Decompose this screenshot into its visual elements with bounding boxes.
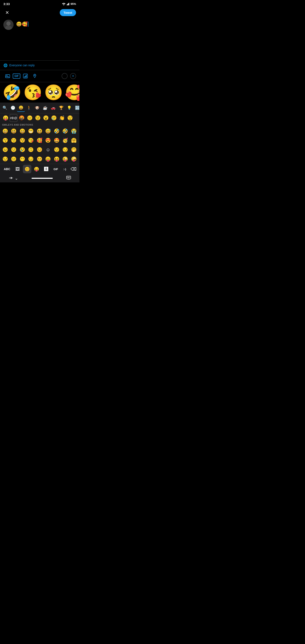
big-emoji-3[interactable]: 🥺: [44, 85, 63, 100]
emoji-heart-face[interactable]: 🥰: [36, 137, 43, 144]
emoji-pensive[interactable]: 😔: [27, 155, 35, 163]
emoji-button[interactable]: 😊: [23, 165, 31, 173]
big-emoji-2[interactable]: 😘: [23, 85, 42, 100]
recent-emoji-8[interactable]: 👏: [58, 114, 66, 122]
emoji-hand-mouth[interactable]: 🤭: [70, 146, 78, 154]
emoji-star-struck[interactable]: 🤩: [53, 137, 60, 144]
char-count: [62, 73, 68, 79]
category-animals[interactable]: 🐶: [33, 104, 41, 112]
emoji-cry[interactable]: 😭: [70, 127, 78, 135]
emoji-no-mouth[interactable]: 😶: [18, 155, 26, 163]
delete-button[interactable]: ⌫: [69, 165, 78, 173]
emoji-rofl[interactable]: 🤣: [53, 127, 60, 135]
emoji-kissing-closed[interactable]: 😚: [18, 137, 26, 144]
recent-emoji-4[interactable]: 😑: [26, 114, 34, 122]
avatar: [4, 20, 14, 30]
emoji-tongue[interactable]: 😛: [44, 155, 52, 163]
battery: 95%: [70, 2, 76, 6]
svg-rect-20: [67, 178, 68, 178]
category-symbols[interactable]: 🔣: [73, 104, 80, 112]
category-travel[interactable]: 🚗: [49, 104, 57, 112]
emoji-sweat-smile[interactable]: 😅: [44, 127, 52, 135]
avatar-image: [4, 20, 14, 30]
svg-point-14: [34, 75, 35, 76]
emoji-grin[interactable]: 😁: [27, 127, 35, 135]
emoji-relieved[interactable]: 😌: [53, 146, 60, 154]
compose-area: 😆🥰: [0, 18, 80, 60]
gif-icon[interactable]: GIF: [13, 74, 20, 78]
svg-rect-1: [67, 4, 67, 5]
emoji-tear[interactable]: 😢: [18, 146, 26, 154]
emoji-hugs[interactable]: 🤗: [70, 137, 78, 144]
emoji-squinting[interactable]: 😝: [53, 155, 60, 163]
compose-text[interactable]: 😆🥰: [16, 20, 76, 59]
category-recent[interactable]: 🕐: [9, 104, 17, 112]
big-emoji-4[interactable]: 🥰: [65, 85, 80, 100]
category-activities[interactable]: 🏆: [57, 104, 65, 112]
text-effects-button[interactable]: 🅰: [42, 165, 50, 173]
svg-rect-3: [68, 3, 68, 5]
category-food[interactable]: ☕: [41, 104, 49, 112]
location-icon[interactable]: [30, 72, 39, 80]
emoji-kissing-heart[interactable]: 😘: [27, 137, 35, 144]
abc-button[interactable]: ABC: [2, 166, 12, 172]
svg-rect-21: [68, 178, 70, 178]
category-search[interactable]: 🔍: [1, 104, 9, 112]
recent-emoji-5[interactable]: 😟: [34, 114, 42, 122]
close-button[interactable]: [4, 9, 11, 16]
emoji-laughing[interactable]: 😆: [36, 127, 43, 135]
nav-bar: ⌄: [0, 174, 80, 182]
wifi-icon: [62, 3, 66, 5]
recent-emoji-3[interactable]: 🤬: [18, 114, 26, 122]
emoji-smirk[interactable]: 😏: [62, 146, 69, 154]
emoji-zany[interactable]: 🤪: [70, 155, 78, 163]
recent-emoji-7[interactable]: 🥲: [50, 114, 58, 122]
emoji-kissing-smiling[interactable]: 😙: [10, 137, 18, 144]
signal-icon: [67, 3, 69, 5]
keyboard-switch-button[interactable]: [66, 176, 71, 181]
recent-emoji-2[interactable]: #$!@: [10, 114, 17, 122]
animoji-button[interactable]: 😛: [32, 165, 41, 173]
emoji-simple-smile[interactable]: 😊: [36, 155, 43, 163]
category-smileys[interactable]: 😀: [17, 104, 25, 112]
emoji-heart-eyes[interactable]: 😍: [44, 137, 52, 144]
emoji-blush[interactable]: 😊: [36, 146, 43, 154]
category-objects[interactable]: 💡: [65, 104, 73, 112]
emoji-grinning[interactable]: 😀: [1, 127, 9, 135]
svg-rect-17: [68, 177, 68, 177]
kaomoji-button[interactable]: :-): [61, 166, 68, 172]
keyboard-bottom: ABC 🖼 😊 😛 🅰 GIF :-) ⌫: [0, 164, 80, 174]
photo-icon[interactable]: [4, 72, 12, 80]
category-people[interactable]: 🚶: [25, 104, 33, 112]
emoji-content: 😆🥰: [16, 22, 28, 27]
tweet-input[interactable]: 😆🥰: [16, 22, 28, 27]
emoji-keyboard: 🔍 🕐 😀 🚶 🐶 ☕ 🚗 🏆 💡 🔣 🚩 😛 #$!@ 🤬 😑 😟 😮 🥲 👏…: [0, 102, 80, 174]
emoji-smile[interactable]: 😄: [18, 127, 26, 135]
keyboard-dismiss-button[interactable]: ⌄: [8, 176, 18, 181]
poll-icon[interactable]: [21, 72, 30, 80]
time: 3:33: [4, 2, 10, 6]
emoji-relaxed[interactable]: ☺️: [44, 146, 52, 154]
big-emoji-1[interactable]: 🤣: [2, 85, 22, 100]
gif-keyboard-button[interactable]: GIF: [52, 166, 60, 172]
emoji-winking-tongue[interactable]: 😜: [62, 155, 69, 163]
emoji-kissing[interactable]: 😗: [1, 137, 9, 144]
emoji-joy[interactable]: 🤣: [62, 127, 69, 135]
recent-emoji-6[interactable]: 😮: [42, 114, 50, 122]
emoji-upside[interactable]: 🙃: [27, 146, 35, 154]
sticker-button[interactable]: 🖼: [13, 165, 22, 173]
emoji-smiley[interactable]: 😃: [10, 127, 18, 135]
recent-emoji-1[interactable]: 😛: [2, 114, 9, 122]
tweet-button[interactable]: Tweet: [60, 9, 76, 16]
emoji-party[interactable]: 🥳: [62, 137, 69, 144]
status-icons: 95%: [62, 2, 76, 6]
emoji-neutral[interactable]: 😐: [1, 146, 9, 154]
emoji-unamused[interactable]: 😒: [1, 155, 9, 163]
reply-setting[interactable]: 🌐 Everyone can reply: [0, 60, 80, 70]
svg-rect-11: [24, 76, 25, 78]
emoji-expressionless[interactable]: 😑: [10, 155, 18, 163]
emoji-slightly-smile[interactable]: 🙂: [10, 146, 18, 154]
home-indicator: [32, 178, 53, 179]
add-tweet-button[interactable]: +: [70, 73, 76, 79]
recent-emoji-9[interactable]: 😯: [66, 114, 74, 122]
